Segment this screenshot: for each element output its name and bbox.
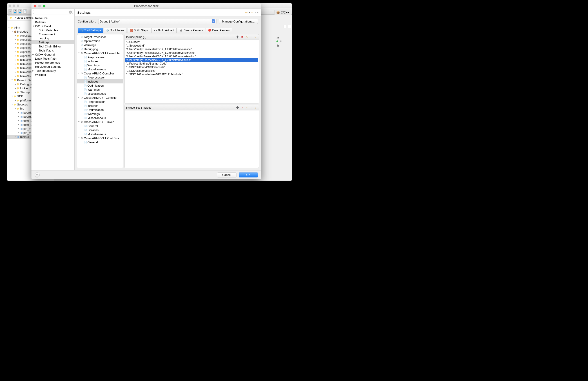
nav-item[interactable]: ▶Resource	[31, 16, 74, 20]
move-up-icon[interactable]: ↑	[249, 35, 253, 39]
tool-tree-item[interactable]: 📄Preprocessor	[77, 55, 123, 59]
add-path-icon[interactable]: ➕	[236, 35, 239, 39]
nav-item[interactable]: ▶C/C++ General	[31, 52, 74, 56]
tool-tree-item[interactable]: 📄Includes	[77, 104, 123, 108]
tool-tree-item[interactable]: 📄Miscellaneous	[77, 132, 123, 136]
nav-item[interactable]: Tools Paths	[31, 48, 74, 52]
tool-tree-item[interactable]: ▼⚙Cross ARM GNU Assembler	[77, 51, 123, 55]
tab-build-steps[interactable]: 🧱Build Steps	[127, 28, 151, 33]
delete-path-icon[interactable]: ✖	[240, 35, 244, 39]
nav-tree[interactable]: ▶ResourceBuilders▼C/C++ BuildBuild Varia…	[31, 16, 74, 170]
tool-tree-item[interactable]: 📄Warnings	[77, 88, 123, 91]
tool-tree-item[interactable]: 📄General	[77, 140, 123, 144]
print-icon[interactable]: 📄	[23, 9, 27, 14]
move-down-file-icon[interactable]: ↓	[254, 106, 257, 110]
perspective-label: C/C++	[281, 11, 289, 14]
settings-tabs: 🔧Tool Settings🔗Toolchains🧱Build Steps🏷Bu…	[75, 26, 261, 33]
tool-tree-item[interactable]: 📄Preprocessor	[77, 100, 123, 104]
nav-item[interactable]: Environment	[31, 32, 74, 36]
tool-tree-item[interactable]: 📄Libraries	[77, 128, 123, 132]
perspective-switcher[interactable]: 📦 C/C++	[274, 10, 291, 15]
move-down-icon[interactable]: ↓	[254, 35, 257, 39]
nav-item[interactable]: Settings	[31, 40, 74, 44]
tool-tree-item[interactable]: ▼⚙Cross ARM C++ Compiler	[77, 96, 123, 100]
include-path-item[interactable]: "../Sources"	[125, 40, 258, 44]
minimize-view-icon[interactable]	[283, 25, 286, 28]
nav-item[interactable]: ▶Task Repository	[31, 68, 74, 73]
dialog-titlebar[interactable]: Properties for blink	[31, 3, 261, 9]
bg-close-btn[interactable]	[9, 4, 11, 7]
include-path-item[interactable]: "../Sources/brd"	[125, 44, 258, 47]
tool-tree-item[interactable]: 📄Warnings	[77, 112, 123, 116]
include-path-item[interactable]: "../SDK/platform/devices/MK22F51212/incl…	[125, 73, 258, 76]
tool-tree-item[interactable]: 📄Includes	[77, 59, 123, 63]
fwd-menu-icon[interactable]: ▾	[255, 11, 256, 14]
tool-tree-item[interactable]: ▼⚙Cross ARM C Compiler	[77, 71, 123, 75]
tool-tree-item[interactable]: ▼⚙Cross ARM GNU Print Size	[77, 136, 123, 140]
move-up-file-icon[interactable]: ↑	[249, 106, 253, 110]
maximize-view-icon[interactable]	[288, 25, 291, 28]
new-icon[interactable]: ＋	[8, 9, 12, 14]
help-button[interactable]: ?	[35, 173, 40, 178]
view-menu-icon[interactable]: ▾	[257, 11, 258, 14]
configuration-select[interactable]: Debug [ Active ] ▴▾	[98, 19, 216, 24]
tool-tree-item[interactable]: ▼⚙Cross ARM C++ Linker	[77, 120, 123, 124]
tool-tree-item[interactable]: 📄Preprocessor	[77, 75, 123, 79]
tool-tree-item[interactable]: 📄Includes	[77, 79, 123, 83]
edit-file-icon[interactable]: ✎	[245, 106, 248, 110]
tool-tree-item[interactable]: 📄Optimization	[77, 83, 123, 88]
tool-tree-item[interactable]: 📄Target Processor	[77, 35, 123, 39]
tool-tree-item[interactable]: 📄Miscellaneous	[77, 67, 123, 71]
tool-tree-item[interactable]: 📄Optimization	[77, 39, 123, 43]
save-icon[interactable]: 💾	[13, 9, 17, 14]
tab-build-artifact[interactable]: 🏷Build Artifact	[151, 28, 177, 33]
include-path-item[interactable]: "/Users/nreilly/Freescale/KSDK_1.2.0/pla…	[125, 58, 258, 62]
nav-back-icon[interactable]: ⇦	[245, 11, 248, 14]
include-path-item[interactable]: "../SDK/platform/devices"	[125, 69, 258, 73]
tool-tree-item[interactable]: 📄General	[77, 124, 123, 128]
outline-item-label: .h	[276, 44, 279, 47]
clear-filter-icon[interactable]: ✕	[69, 11, 72, 14]
nav-item[interactable]: Tool Chain Editor	[31, 44, 74, 48]
nav-item[interactable]: Builders	[31, 20, 74, 24]
tool-tree-item[interactable]: 📄Miscellaneous	[77, 116, 123, 120]
tab-tool-settings[interactable]: 🔧Tool Settings	[78, 28, 104, 33]
cancel-button[interactable]: Cancel	[217, 173, 236, 178]
ok-button[interactable]: OK	[239, 173, 258, 178]
include-path-item[interactable]: "../SDK/platform/CMSIS/Include"	[125, 66, 258, 69]
nav-item[interactable]: Run/Debug Settings	[31, 65, 74, 68]
nav-fwd-icon[interactable]: ⇨	[251, 11, 253, 14]
nav-item[interactable]: Logging	[31, 36, 74, 40]
include-paths-list[interactable]: "../Sources""../Sources/brd""/Users/nrei…	[125, 40, 259, 103]
nav-filter-input[interactable]: ✕	[33, 10, 73, 14]
nav-item[interactable]: Project References	[31, 61, 74, 65]
nav-item[interactable]: Build Variables	[31, 28, 74, 32]
outline-remnant: as ⌗ .h	[276, 35, 290, 47]
tool-tree-item[interactable]: 📄Miscellaneous	[77, 91, 123, 96]
include-path-item[interactable]: "/Users/nreilly/Freescale/KSDK_1.2.0/pla…	[125, 51, 258, 55]
nav-item[interactable]: ▼C/C++ Build	[31, 24, 74, 28]
tab-icon: ⛔	[208, 29, 211, 32]
tool-settings-tree[interactable]: 📄Target Processor📄Optimization📄Warnings📄…	[77, 34, 123, 168]
edit-path-icon[interactable]: ✎	[245, 35, 248, 39]
tab-toolchains[interactable]: 🔗Toolchains	[104, 28, 126, 33]
tab-binary-parsers[interactable]: ⎙Binary Parsers	[177, 28, 205, 33]
back-menu-icon[interactable]: ▾	[249, 11, 250, 14]
tool-tree-item[interactable]: 📄Optimization	[77, 108, 123, 112]
bg-zoom-btn[interactable]	[17, 4, 19, 7]
manage-configurations-button[interactable]: Manage Configurations...	[219, 19, 258, 24]
bg-min-btn[interactable]	[13, 4, 15, 7]
tool-tree-item[interactable]: 📄Debugging	[77, 47, 123, 51]
include-path-item[interactable]: "/Users/nreilly/Freescale/KSDK_1.2.0/pla…	[125, 47, 258, 51]
saveall-icon[interactable]: 💾	[18, 9, 22, 14]
tab-error-parsers[interactable]: ⛔Error Parsers	[206, 28, 232, 33]
nav-item[interactable]: WikiText	[31, 73, 74, 77]
include-path-item[interactable]: "/Users/nreilly/Freescale/KSDK_1.2.0/pla…	[125, 55, 258, 58]
tool-tree-item[interactable]: 📄Warnings	[77, 63, 123, 67]
tool-tree-item[interactable]: 📄Warnings	[77, 43, 123, 47]
delete-file-icon[interactable]: ✖	[240, 106, 244, 110]
include-path-item[interactable]: "../Project_Settings/Startup_Code"	[125, 62, 258, 66]
nav-item[interactable]: Linux Tools Path	[31, 56, 74, 61]
add-file-icon[interactable]: ➕	[236, 106, 239, 110]
include-files-list[interactable]	[125, 111, 259, 168]
